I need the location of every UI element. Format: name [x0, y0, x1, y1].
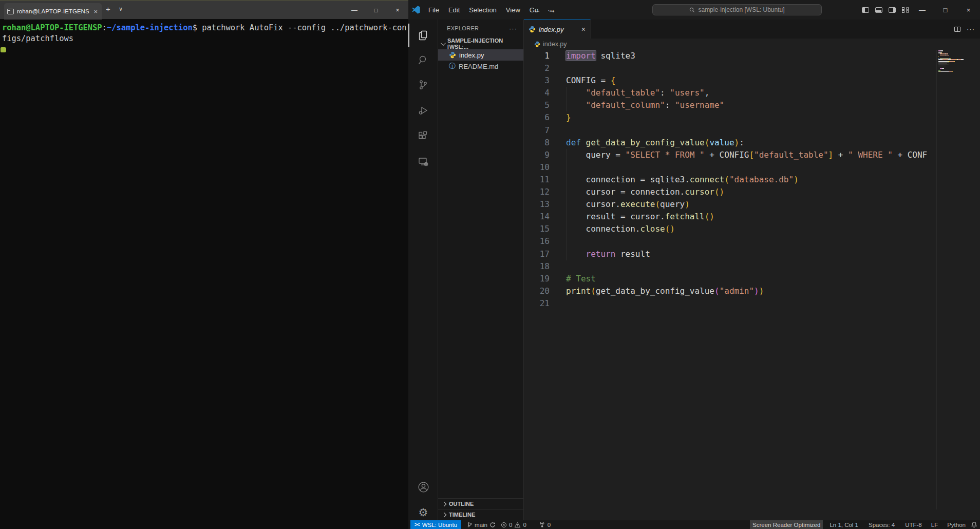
- encoding-status[interactable]: UTF-8: [902, 520, 925, 529]
- code-line-10[interactable]: 10: [524, 161, 980, 174]
- vscode-close-button[interactable]: ×: [957, 0, 980, 20]
- nav-forward-button[interactable]: →: [548, 6, 556, 14]
- problems-status[interactable]: 0 0: [498, 520, 529, 529]
- command-center[interactable]: sample-injection [WSL: Ubuntu]: [652, 4, 822, 15]
- sidebar-section-outline[interactable]: OUTLINE: [438, 498, 523, 509]
- sidebar-section-workspace[interactable]: SAMPLE-INJECTION [WSL:...: [438, 38, 523, 49]
- file-item-readme-md[interactable]: ⓘREADME.md: [438, 61, 523, 72]
- terminal-line: rohan@LAPTOP-IETGENSP:~/sample-injection…: [2, 23, 407, 33]
- menu-edit[interactable]: Edit: [444, 6, 464, 14]
- terminal-minimize-button[interactable]: —: [344, 1, 365, 20]
- vscode-maximize-button[interactable]: □: [934, 0, 957, 20]
- activity-source-control-icon[interactable]: [408, 73, 438, 97]
- activity-extensions-icon[interactable]: [408, 124, 438, 148]
- code-editor[interactable]: 1import sqlite323CONFIG = {4 "default_ta…: [524, 50, 980, 509]
- line-number: 5: [524, 99, 550, 111]
- code-line-13[interactable]: 13 cursor.execute(query): [524, 198, 980, 211]
- sidebar-section-timeline[interactable]: TIMELINE: [438, 509, 523, 520]
- editor-more-actions-icon[interactable]: ···: [967, 25, 975, 33]
- terminal-output[interactable]: rohan@LAPTOP-IETGENSP:~/sample-injection…: [2, 23, 407, 44]
- code-line-21[interactable]: 21: [524, 297, 980, 310]
- python-file-icon: [534, 41, 540, 47]
- activity-explorer-icon[interactable]: [408, 24, 438, 47]
- split-editor-icon[interactable]: [954, 27, 960, 32]
- indentation-status[interactable]: Spaces: 4: [866, 520, 897, 529]
- vscode-minimize-button[interactable]: —: [911, 0, 934, 20]
- language-mode-status[interactable]: Python: [945, 520, 968, 529]
- toggle-panel-icon[interactable]: [875, 7, 882, 13]
- nav-back-button[interactable]: ←: [533, 6, 541, 14]
- ports-count: 0: [548, 522, 551, 528]
- editor-tabbar: index.py × ···: [524, 20, 980, 39]
- status-bar-right: Screen Reader Optimized Ln 1, Col 1 Spac…: [750, 520, 980, 529]
- notifications-status[interactable]: [968, 520, 980, 529]
- line-number: 7: [524, 124, 550, 137]
- screen-reader-status[interactable]: Screen Reader Optimized: [750, 520, 823, 529]
- line-number: 9: [524, 149, 550, 161]
- code-line-9[interactable]: 9 query = "SELECT * FROM " + CONFIG["def…: [524, 149, 980, 161]
- terminal-tab-close-icon[interactable]: ×: [92, 8, 99, 15]
- code-line-16[interactable]: 16: [524, 235, 980, 248]
- code-line-15[interactable]: 15 connection.close(): [524, 223, 980, 235]
- cursor-position-status[interactable]: Ln 1, Col 1: [827, 520, 861, 529]
- code-line-19[interactable]: 19# Test: [524, 273, 980, 285]
- remote-indicator[interactable]: >< WSL: Ubuntu: [410, 520, 461, 529]
- line-number: 15: [524, 223, 550, 235]
- line-number: 17: [524, 248, 550, 260]
- code-line-17[interactable]: 17 return result: [524, 248, 980, 260]
- code-line-18[interactable]: 18: [524, 260, 980, 273]
- file-item-index-py[interactable]: index.py: [438, 49, 523, 61]
- code-line-3[interactable]: 3CONFIG = {: [524, 74, 980, 87]
- ports-status[interactable]: 0: [536, 520, 553, 529]
- terminal-window-controls: — □ ×: [344, 1, 408, 20]
- terminal-tab-icon: [7, 9, 14, 14]
- menu-selection[interactable]: Selection: [464, 6, 501, 14]
- code-line-5[interactable]: 5 "default_column": "username": [524, 99, 980, 111]
- code-line-1[interactable]: 1import sqlite3: [524, 50, 980, 62]
- menu-file[interactable]: File: [424, 6, 444, 14]
- menu-view[interactable]: View: [501, 6, 525, 14]
- line-number: 12: [524, 186, 550, 198]
- outline-section-label: OUTLINE: [449, 501, 474, 507]
- code-line-12[interactable]: 12 cursor = connection.cursor(): [524, 186, 980, 198]
- customize-layout-icon[interactable]: [902, 7, 909, 13]
- warning-count: 0: [523, 522, 526, 528]
- line-number: 18: [524, 260, 550, 273]
- vscode-window-controls: — □ ×: [911, 0, 980, 20]
- python-file-icon: [449, 51, 456, 59]
- terminal-tab-dropdown-icon[interactable]: ∨: [119, 6, 123, 12]
- line-number: 13: [524, 198, 550, 211]
- vscode-logo-icon: [412, 6, 420, 14]
- python-file-icon: [529, 26, 536, 33]
- line-number: 6: [524, 111, 550, 124]
- sidebar-more-actions-icon[interactable]: ···: [509, 25, 517, 32]
- line-number: 21: [524, 297, 550, 310]
- terminal-tab[interactable]: rohan@LAPTOP-IETGENSP: ~/ ×: [4, 3, 102, 20]
- terminal-new-tab-button[interactable]: +: [106, 5, 110, 13]
- toggle-secondary-sidebar-icon[interactable]: [889, 7, 896, 13]
- activity-run-debug-icon[interactable]: [408, 99, 438, 122]
- eol-status[interactable]: LF: [929, 520, 940, 529]
- breadcrumb[interactable]: index.py: [524, 39, 980, 50]
- code-line-14[interactable]: 14 result = cursor.fetchall(): [524, 211, 980, 223]
- toggle-sidebar-icon[interactable]: [862, 7, 869, 13]
- line-number: 20: [524, 285, 550, 297]
- activity-remote-explorer-icon[interactable]: [408, 150, 438, 174]
- activity-search-icon[interactable]: [408, 48, 438, 72]
- terminal-close-button[interactable]: ×: [387, 1, 408, 20]
- branch-status[interactable]: main: [464, 520, 498, 529]
- code-line-4[interactable]: 4 "default_table": "users",: [524, 87, 980, 99]
- code-line-11[interactable]: 11 connection = sqlite3.connect("databas…: [524, 174, 980, 186]
- accounts-icon[interactable]: [408, 475, 438, 499]
- code-line-6[interactable]: 6}: [524, 111, 980, 124]
- code-line-20[interactable]: 20print(get_data_by_config_value("admin"…: [524, 285, 980, 297]
- tab-index-py[interactable]: index.py ×: [524, 20, 591, 39]
- tab-close-icon[interactable]: ×: [581, 25, 586, 33]
- terminal-maximize-button[interactable]: □: [365, 1, 387, 20]
- code-line-7[interactable]: 7: [524, 124, 980, 137]
- terminal-tab-title: rohan@LAPTOP-IETGENSP: ~/: [17, 8, 89, 14]
- sync-icon: [489, 522, 496, 528]
- error-icon: [501, 522, 507, 528]
- code-line-2[interactable]: 2: [524, 62, 980, 74]
- code-line-8[interactable]: 8def get_data_by_config_value(value):: [524, 137, 980, 149]
